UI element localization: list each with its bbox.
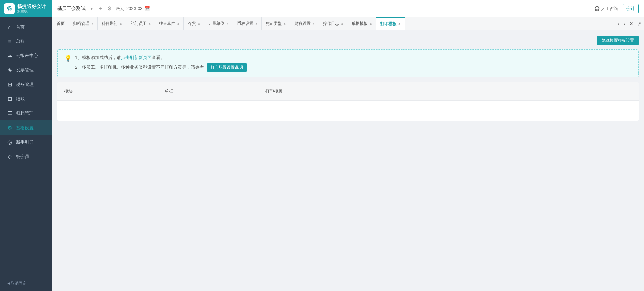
- tab-home-label: 首页: [57, 21, 65, 27]
- sidebar-item-guide[interactable]: ◎ 新手引导: [0, 135, 52, 149]
- sidebar-item-basic-label: 基础设置: [16, 125, 34, 131]
- notice-line1-post: 查看。: [152, 55, 165, 60]
- tax-icon: ⊟: [7, 81, 13, 88]
- sidebar-item-archive-label: 归档管理: [16, 110, 34, 116]
- sidebar-item-guide-label: 新手引导: [16, 139, 34, 145]
- sidebar-item-home[interactable]: ⌂ 首页: [0, 20, 52, 34]
- tab-archive[interactable]: 归档管理 ×: [69, 17, 98, 30]
- notice-line1: 1、模板添加成功后，请点击刷新新页面查看。: [75, 54, 632, 61]
- tab-stock-label: 存货: [188, 21, 196, 27]
- tab-printtemplate[interactable]: 打印模板 ×: [376, 17, 405, 30]
- content-top-bar: 隐藏预置模板设置: [57, 36, 639, 45]
- sidebar-item-ledger-label: 总账: [16, 38, 25, 44]
- tab-subject[interactable]: 科目期初 ×: [98, 17, 126, 30]
- topbar: 基层工会测试 ▼ ＋ ⚙ 账期 2023-03 📅 🎧 人工咨询 会计: [52, 0, 644, 17]
- basic-icon: ⚙: [7, 125, 13, 131]
- tab-singledoc[interactable]: 单据模板 ×: [347, 17, 376, 30]
- tab-voucher-close[interactable]: ×: [284, 22, 286, 26]
- tab-currency-label: 币种设置: [237, 21, 253, 27]
- notice-content: 1、模板添加成功后，请点击刷新新页面查看。 2、多员工、多打印机、多种业务类型设…: [75, 54, 632, 72]
- company-name: 基层工会测试: [57, 6, 86, 12]
- unpin-label: ◄取消固定: [7, 281, 27, 286]
- tab-oplog-label: 操作日志: [323, 21, 339, 27]
- hide-template-button[interactable]: 隐藏预置模板设置: [597, 36, 639, 45]
- sidebar-unpin-button[interactable]: ◄取消固定: [0, 276, 52, 291]
- logo-icon: 畅: [4, 3, 15, 14]
- sidebar: 畅 畅捷通好会计 旗舰版 ⌂ 首页 ≡ 总账 ☁ 云报表中心 ◈ 发票管理 ⊟ …: [0, 0, 52, 291]
- sidebar-item-home-label: 首页: [16, 24, 25, 30]
- table-header-row: 模块 单据 打印模板: [57, 82, 639, 101]
- tab-singledoc-close[interactable]: ×: [370, 22, 372, 26]
- tab-singledoc-label: 单据模板: [352, 21, 368, 27]
- customer-service-button[interactable]: 🎧 人工咨询: [594, 6, 619, 12]
- calendar-icon[interactable]: 📅: [145, 6, 150, 11]
- kuaiji-button[interactable]: 会计: [623, 4, 639, 13]
- close-all-tabs-icon[interactable]: ✕: [627, 19, 635, 28]
- tab-taxsetting-close[interactable]: ×: [313, 22, 315, 26]
- tab-currency-close[interactable]: ×: [255, 22, 257, 26]
- company-dropdown-icon[interactable]: ▼: [90, 6, 94, 11]
- tab-taxsetting[interactable]: 财税设置 ×: [290, 17, 319, 30]
- add-tab-button[interactable]: ＋: [98, 5, 103, 12]
- member-icon: ◇: [7, 153, 13, 160]
- sidebar-item-invoice[interactable]: ◈ 发票管理: [0, 63, 52, 77]
- guide-icon: ◎: [7, 139, 13, 145]
- ledger-icon: ≡: [7, 38, 13, 44]
- tab-dept[interactable]: 部门员工 ×: [126, 17, 155, 30]
- tab-subject-close[interactable]: ×: [120, 22, 122, 26]
- sidebar-item-member[interactable]: ◇ 畅会员: [0, 149, 52, 164]
- notice-box: 💡 1、模板添加成功后，请点击刷新新页面查看。 2、多员工、多打印机、多种业务类…: [57, 49, 639, 77]
- sidebar-item-settle[interactable]: ⊞ 结账: [0, 92, 52, 106]
- sidebar-item-tax[interactable]: ⊟ 税务管理: [0, 77, 52, 92]
- tab-voucher-label: 凭证类型: [266, 21, 282, 27]
- home-icon: ⌂: [7, 24, 13, 30]
- tab-archive-close[interactable]: ×: [91, 22, 93, 26]
- notice-line2: 2、多员工、多打印机、多种业务类型设置不同打印方案等，请参考 打印场景设置说明: [75, 63, 632, 72]
- table-header-module: 模块: [57, 86, 158, 97]
- sidebar-item-report[interactable]: ☁ 云报表中心: [0, 48, 52, 63]
- tab-printtemplate-close[interactable]: ×: [398, 22, 400, 26]
- tab-home[interactable]: 首页: [53, 17, 69, 30]
- tab-stock-close[interactable]: ×: [198, 22, 200, 26]
- sidebar-item-ledger[interactable]: ≡ 总账: [0, 34, 52, 48]
- logo-text-block: 畅捷通好会计 旗舰版: [17, 4, 46, 14]
- expand-tabs-icon[interactable]: ⤢: [635, 20, 643, 28]
- tab-supplier-close[interactable]: ×: [177, 22, 179, 26]
- tab-unit-label: 计量单位: [208, 21, 224, 27]
- tabbar: 首页 归档管理 × 科目期初 × 部门员工 × 往来单位 × 存货 × 计量单位…: [52, 17, 644, 30]
- tab-oplog-close[interactable]: ×: [341, 22, 343, 26]
- sidebar-item-basic[interactable]: ⚙ 基础设置: [0, 120, 52, 135]
- sidebar-item-report-label: 云报表中心: [16, 53, 38, 59]
- table-body: [57, 101, 639, 121]
- main-content: 隐藏预置模板设置 💡 1、模板添加成功后，请点击刷新新页面查看。 2、多员工、多…: [52, 30, 644, 291]
- tab-archive-label: 归档管理: [73, 21, 89, 27]
- notice-bulb-icon: 💡: [64, 55, 72, 62]
- print-scene-explain-button[interactable]: 打印场景设置说明: [207, 63, 247, 72]
- notice-line2-pre: 2、多员工、多打印机、多种业务类型设置不同打印方案等，请参考: [75, 64, 204, 70]
- tab-subject-label: 科目期初: [102, 21, 118, 27]
- period-label: 账期: [116, 6, 124, 12]
- sidebar-item-archive[interactable]: ☰ 归档管理: [0, 106, 52, 120]
- tab-dept-close[interactable]: ×: [149, 22, 151, 26]
- tab-currency[interactable]: 币种设置 ×: [233, 17, 262, 30]
- notice-refresh-link[interactable]: 点击刷新新页面: [121, 55, 152, 60]
- tab-nav-right-icon[interactable]: ›: [621, 20, 627, 28]
- period-value: 2023-03: [126, 6, 143, 11]
- template-table: 模块 单据 打印模板: [57, 82, 639, 121]
- headset-icon: 🎧: [594, 6, 600, 11]
- archive-icon: ☰: [7, 110, 13, 116]
- tab-unit-close[interactable]: ×: [226, 22, 228, 26]
- tab-nav-left-icon[interactable]: ‹: [616, 20, 622, 28]
- settings-gear-icon[interactable]: ⚙: [107, 5, 112, 12]
- tab-supplier-label: 往来单位: [159, 21, 175, 27]
- tab-unit[interactable]: 计量单位 ×: [204, 17, 233, 30]
- tab-stock[interactable]: 存货 ×: [184, 17, 204, 30]
- main-area: 基层工会测试 ▼ ＋ ⚙ 账期 2023-03 📅 🎧 人工咨询 会计 首页 归…: [52, 0, 644, 291]
- sidebar-logo: 畅 畅捷通好会计 旗舰版: [0, 0, 52, 17]
- settle-icon: ⊞: [7, 96, 13, 102]
- invoice-icon: ◈: [7, 67, 13, 73]
- tab-supplier[interactable]: 往来单位 ×: [155, 17, 183, 30]
- tab-voucher[interactable]: 凭证类型 ×: [262, 17, 290, 30]
- tab-oplog[interactable]: 操作日志 ×: [319, 17, 347, 30]
- table-header-doc: 单据: [158, 86, 259, 97]
